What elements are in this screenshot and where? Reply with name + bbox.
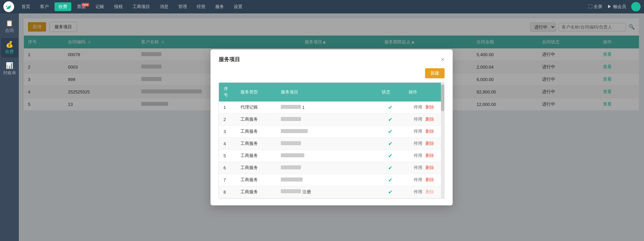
nav-home[interactable]: 首页 xyxy=(17,2,34,11)
modal-cell-seq: 8 xyxy=(219,186,236,198)
modal-table-row: 2 工商服务 ✔ 停用 删除 xyxy=(219,113,444,125)
disable-button[interactable]: 停用 xyxy=(414,129,422,134)
modal-cell-seq: 3 xyxy=(219,125,236,137)
member-btn[interactable]: ▶ 畅会员 xyxy=(607,4,626,10)
delete-button[interactable]: 删除 xyxy=(425,129,434,134)
modal-cell-status: ✔ xyxy=(377,102,404,114)
modal-cell-type: 代理记账 xyxy=(236,102,276,114)
modal-cell-type: 工商服务 xyxy=(236,150,276,162)
modal-close-button[interactable]: × xyxy=(441,56,445,63)
modal-cell-item xyxy=(276,113,377,125)
main-layout: 📋 合同 💰 收费 📊 对账单 新增 服务项目 进行中 已完成 已暂 xyxy=(0,13,644,241)
status-check-icon: ✔ xyxy=(388,117,392,122)
sidebar-item-contract[interactable]: 📋 合同 xyxy=(1,17,18,36)
disable-button[interactable]: 停用 xyxy=(414,141,422,146)
disable-button[interactable]: 停用 xyxy=(414,165,422,170)
status-check-icon: ✔ xyxy=(388,105,392,110)
modal-overlay: 服务项目 × 新建 序号 服务类型 服务项目 xyxy=(19,13,644,241)
modal-cell-item xyxy=(276,150,377,162)
modal-cell-seq: 1 xyxy=(219,102,236,114)
delete-button[interactable]: 删除 xyxy=(425,141,434,146)
modal-cell-seq: 5 xyxy=(219,150,236,162)
fullscreen-btn[interactable]: ⛶ 全屏 xyxy=(588,4,603,10)
statement-icon: 📊 xyxy=(6,62,13,69)
modal-cell-status: ✔ xyxy=(377,113,404,125)
modal-table-row: 1 代理记账 1 ✔ 停用 删除 xyxy=(219,102,444,114)
modal-cell-ops[interactable]: 停用 删除 xyxy=(404,125,444,137)
modal-table-row: 3 工商服务 ✔ 停用 删除 xyxy=(219,125,444,137)
nav-invoice[interactable]: 票据 new xyxy=(73,2,90,11)
modal-cell-ops[interactable]: 停用 删除 xyxy=(404,113,444,125)
modal-cell-status: ✔ xyxy=(377,125,404,137)
app-logo xyxy=(3,1,14,12)
nav-settings[interactable]: 设置 xyxy=(230,2,247,11)
service-items-modal: 服务项目 × 新建 序号 服务类型 服务项目 xyxy=(211,49,453,205)
modal-cell-item xyxy=(276,125,377,137)
nav-service[interactable]: 服务 xyxy=(211,2,228,11)
delete-button[interactable]: 删除 xyxy=(425,165,434,170)
modal-toolbar: 新建 xyxy=(219,68,445,78)
modal-cell-ops[interactable]: 停用 删除 xyxy=(404,186,444,198)
modal-cell-type: 工商服务 xyxy=(236,125,276,137)
modal-col-seq: 序号 xyxy=(219,83,236,102)
modal-cell-seq: 4 xyxy=(219,137,236,150)
scrollbar-track[interactable] xyxy=(441,83,444,198)
nav-customer[interactable]: 客户 xyxy=(36,2,53,11)
modal-cell-seq: 6 xyxy=(219,162,236,174)
status-check-icon: ✔ xyxy=(388,129,392,134)
modal-table-row: 4 工商服务 ✔ 停用 删除 xyxy=(219,137,444,150)
delete-button[interactable]: 删除 xyxy=(425,153,434,158)
modal-cell-status: ✔ xyxy=(377,137,404,150)
delete-button[interactable]: 删除 xyxy=(425,117,434,122)
modal-table-row: 7 工商服务 ✔ 停用 删除 xyxy=(219,174,444,186)
modal-cell-ops[interactable]: 停用 删除 xyxy=(404,162,444,174)
modal-cell-ops[interactable]: 停用 删除 xyxy=(404,102,444,114)
modal-table-row: 6 工商服务 ✔ 停用 删除 xyxy=(219,162,444,174)
modal-cell-seq: 2 xyxy=(219,113,236,125)
scrollbar-thumb[interactable] xyxy=(441,84,444,111)
modal-col-item: 服务项目 xyxy=(276,83,377,102)
status-check-icon: ✔ xyxy=(388,153,392,159)
disable-button[interactable]: 停用 xyxy=(414,177,422,182)
disable-button[interactable]: 停用 xyxy=(414,189,422,194)
nav-bookkeeping[interactable]: 记账 xyxy=(91,2,108,11)
status-check-icon: ✔ xyxy=(388,189,392,195)
modal-cell-status: ✔ xyxy=(377,174,404,186)
delete-button[interactable]: 删除 xyxy=(425,189,434,194)
sidebar-item-statement[interactable]: 📊 对账单 xyxy=(1,59,18,79)
modal-new-button[interactable]: 新建 xyxy=(425,68,445,78)
nav-message[interactable]: 消息 xyxy=(156,2,173,11)
disable-button[interactable]: 停用 xyxy=(414,153,422,158)
modal-table-body: 1 代理记账 1 ✔ 停用 删除 2 工 xyxy=(219,102,444,198)
nav-menu: 首页 客户 收费 票据 new 记账 报税 工商项目 消息 管理 经营 服务 设… xyxy=(17,2,588,11)
delete-button[interactable]: 删除 xyxy=(425,105,434,110)
modal-cell-status: ✔ xyxy=(377,150,404,162)
nav-tax[interactable]: 报税 xyxy=(110,2,127,11)
nav-right-area: ⛶ 全屏 ▶ 畅会员 xyxy=(588,2,641,11)
sidebar-item-billing[interactable]: 💰 收费 xyxy=(1,38,18,57)
modal-col-ops: 操作 xyxy=(404,83,444,102)
nav-operation[interactable]: 经营 xyxy=(193,2,210,11)
status-check-icon: ✔ xyxy=(388,177,392,183)
disable-button[interactable]: 停用 xyxy=(414,105,422,110)
modal-cell-ops[interactable]: 停用 删除 xyxy=(404,137,444,150)
modal-col-type: 服务类型 xyxy=(236,83,276,102)
nav-manage[interactable]: 管理 xyxy=(174,2,191,11)
avatar[interactable] xyxy=(631,2,641,11)
delete-button[interactable]: 删除 xyxy=(425,177,434,182)
modal-table-row: 5 工商服务 ✔ 停用 删除 xyxy=(219,150,444,162)
modal-cell-type: 工商服务 xyxy=(236,162,276,174)
nav-billing[interactable]: 收费 xyxy=(54,2,71,11)
modal-cell-status: ✔ xyxy=(377,162,404,174)
modal-cell-ops[interactable]: 停用 删除 xyxy=(404,174,444,186)
modal-title: 服务项目 xyxy=(219,56,240,63)
disable-button[interactable]: 停用 xyxy=(414,117,422,122)
modal-table-row: 8 工商服务 注册 ✔ 停用 删除 xyxy=(219,186,444,198)
modal-cell-ops[interactable]: 停用 删除 xyxy=(404,150,444,162)
sidebar-label-statement: 对账单 xyxy=(3,70,16,76)
modal-cell-type: 工商服务 xyxy=(236,174,276,186)
modal-cell-seq: 7 xyxy=(219,174,236,186)
nav-business[interactable]: 工商项目 xyxy=(128,2,154,11)
new-badge: new xyxy=(81,3,89,6)
modal-cell-type: 工商服务 xyxy=(236,137,276,150)
